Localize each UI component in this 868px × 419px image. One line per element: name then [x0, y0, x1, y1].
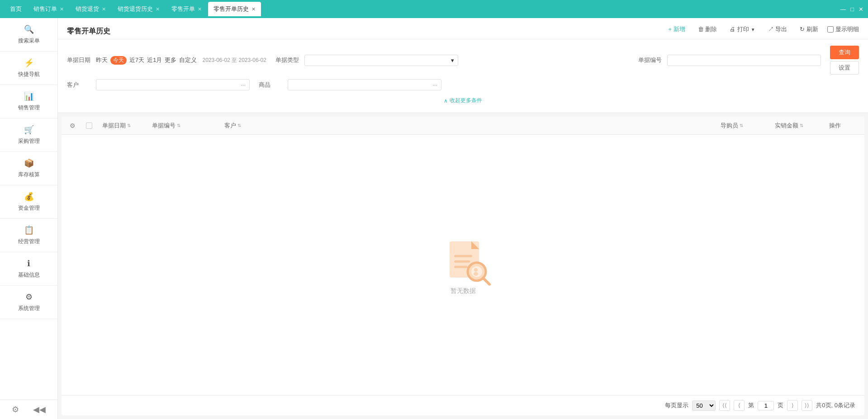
tab-sales-order-close[interactable]: ✕: [60, 6, 64, 12]
svg-point-8: [474, 268, 478, 272]
sidebar-item-inventory-label: 库存核算: [18, 171, 40, 179]
th-client-sort-icon[interactable]: ⇅: [237, 123, 241, 128]
total-info: 共0页, 0条记录: [816, 401, 855, 410]
per-page-label: 每页显示: [665, 401, 688, 410]
basic-icon: ℹ: [27, 259, 30, 268]
date-opt-1month[interactable]: 近1月: [147, 56, 162, 64]
query-button[interactable]: 查询: [830, 46, 859, 59]
th-no-label: 单据编号: [152, 122, 175, 130]
tab-home[interactable]: 首页: [5, 2, 27, 16]
th-no-sort-icon[interactable]: ⇅: [177, 123, 180, 128]
th-settings: ⚙: [65, 118, 81, 133]
type-filter-group: 单据类型 ▾: [275, 55, 629, 66]
close-button[interactable]: ✕: [859, 6, 863, 13]
sidebar-item-nav[interactable]: ⚡ 快捷导航: [0, 52, 57, 85]
tab-retail-bill-history-close[interactable]: ✕: [251, 6, 256, 12]
sidebar-item-operation[interactable]: 📋 经营管理: [0, 219, 57, 252]
filter-row-2: 客户 ··· 商品 ···: [67, 79, 859, 90]
sidebar-item-nav-label: 快捷导航: [18, 71, 40, 78]
footer-collapse-icon[interactable]: ◀◀: [33, 405, 46, 414]
print-button[interactable]: 🖨 打印 ▼: [726, 24, 759, 35]
date-opt-yesterday[interactable]: 昨天: [96, 56, 108, 64]
th-guide-sort-icon[interactable]: ⇅: [740, 123, 743, 128]
th-amount[interactable]: 实销金额 ⇅: [770, 118, 825, 133]
date-opt-more[interactable]: 更多: [165, 56, 176, 64]
no-filter-group: 单据编号: [638, 55, 821, 66]
system-icon: ⚙: [25, 292, 33, 302]
sidebar-item-inventory[interactable]: 📦 库存核算: [0, 152, 57, 185]
tab-sales-return[interactable]: 销货退货 ✕: [70, 2, 111, 16]
sidebar-item-system[interactable]: ⚙ 系统管理: [0, 286, 57, 319]
no-filter-input[interactable]: [667, 55, 821, 66]
th-guide-label: 导购员: [721, 122, 738, 130]
tab-sales-return-history-label: 销货退货历史: [118, 5, 153, 13]
tab-home-label: 首页: [10, 5, 22, 13]
th-client[interactable]: 客户 ⇅: [220, 118, 716, 133]
th-guide[interactable]: 导购员 ⇅: [716, 118, 770, 133]
svg-rect-3: [454, 260, 470, 263]
sidebar-item-purchase[interactable]: 🛒 采购管理: [0, 118, 57, 152]
type-select-arrow-icon: ▾: [451, 57, 454, 64]
empty-illustration: [441, 235, 486, 280]
per-page-select[interactable]: 50 20 100 200: [692, 400, 716, 411]
refresh-button[interactable]: ↻ 刷新: [796, 24, 822, 35]
sidebar-item-sales[interactable]: 📊 销售管理: [0, 85, 57, 118]
tab-sales-return-close[interactable]: ✕: [102, 6, 106, 12]
th-no[interactable]: 单据编号 ⇅: [147, 118, 220, 133]
print-label: 🖨 打印: [730, 25, 749, 33]
tab-retail-bill-label: 零售开单: [171, 5, 195, 13]
select-all-checkbox[interactable]: [86, 122, 92, 129]
collapse-up-icon: ∧: [444, 98, 448, 104]
sidebar: 🔍 搜索采单 ⚡ 快捷导航 📊 销售管理 🛒 采购管理 📦 库存核算 💰 资金管…: [0, 18, 58, 419]
sidebar-item-sales-label: 销售管理: [18, 104, 40, 112]
svg-point-9: [474, 272, 478, 276]
goods-select[interactable]: ···: [288, 79, 441, 90]
display-detail-toggle[interactable]: 显示明细: [827, 25, 859, 33]
th-amount-sort-icon[interactable]: ⇅: [800, 123, 803, 128]
tab-sales-return-label: 销货退货: [76, 5, 99, 13]
th-date-sort-icon[interactable]: ⇅: [127, 123, 131, 128]
column-settings-icon[interactable]: ⚙: [70, 122, 76, 129]
client-select[interactable]: ···: [96, 79, 250, 90]
purchase-icon: 🛒: [24, 125, 34, 135]
sidebar-item-finance[interactable]: 💰 资金管理: [0, 185, 57, 219]
delete-button[interactable]: 🗑 删除: [694, 24, 721, 35]
toolbar: + 新增 🗑 删除 🖨 打印 ▼ ↗ 导出 ↻ 刷新 显示明细: [664, 24, 859, 39]
client-dots: ···: [241, 81, 246, 88]
filter-area: 单据日期 昨天 今天 近7天 近1月 更多 自定义 2023-06-02 至 2…: [58, 39, 868, 113]
first-page-button[interactable]: ⟨⟨: [719, 400, 730, 411]
th-date[interactable]: 单据日期 ⇅: [98, 118, 147, 133]
date-opt-7days[interactable]: 近7天: [129, 56, 144, 64]
tab-retail-bill-history[interactable]: 零售开单历史 ✕: [208, 2, 261, 16]
prev-page-button[interactable]: ⟨: [734, 400, 745, 411]
tab-sales-return-history[interactable]: 销货退货历史 ✕: [112, 2, 165, 16]
page-number-input[interactable]: [758, 401, 774, 410]
sidebar-item-purchase-label: 采购管理: [18, 137, 40, 145]
export-button[interactable]: ↗ 导出: [764, 24, 791, 35]
filter-action-buttons: 查询 设置: [830, 46, 859, 75]
add-button[interactable]: + 新增: [664, 24, 688, 35]
sidebar-item-finance-label: 资金管理: [18, 204, 40, 212]
date-opt-today[interactable]: 今天: [110, 56, 127, 65]
next-page-button[interactable]: ⟩: [787, 400, 798, 411]
maximize-button[interactable]: □: [850, 6, 854, 13]
collapse-label: 收起更多条件: [450, 97, 482, 104]
date-opt-custom[interactable]: 自定义: [179, 56, 197, 64]
sidebar-item-search[interactable]: 🔍 搜索采单: [0, 18, 57, 52]
display-detail-checkbox[interactable]: [827, 26, 834, 33]
tab-sales-return-history-close[interactable]: ✕: [156, 6, 160, 12]
page-end: 页: [778, 401, 783, 410]
svg-line-7: [483, 278, 489, 284]
last-page-button[interactable]: ⟩⟩: [802, 400, 812, 411]
th-client-label: 客户: [224, 122, 236, 130]
setting-button[interactable]: 设置: [830, 61, 859, 75]
footer-settings-icon[interactable]: ⚙: [12, 405, 19, 414]
tab-retail-bill-close[interactable]: ✕: [198, 6, 202, 12]
table-header: ⚙ 单据日期 ⇅ 单据编号 ⇅ 客户 ⇅ 导购员: [62, 117, 864, 135]
tab-sales-order[interactable]: 销售订单 ✕: [28, 2, 69, 16]
minimize-button[interactable]: —: [840, 6, 846, 13]
collapse-bar[interactable]: ∧ 收起更多条件: [67, 95, 859, 106]
tab-retail-bill[interactable]: 零售开单 ✕: [166, 2, 207, 16]
sidebar-item-basic[interactable]: ℹ 基础信息: [0, 252, 57, 286]
type-select[interactable]: ▾: [304, 55, 458, 66]
